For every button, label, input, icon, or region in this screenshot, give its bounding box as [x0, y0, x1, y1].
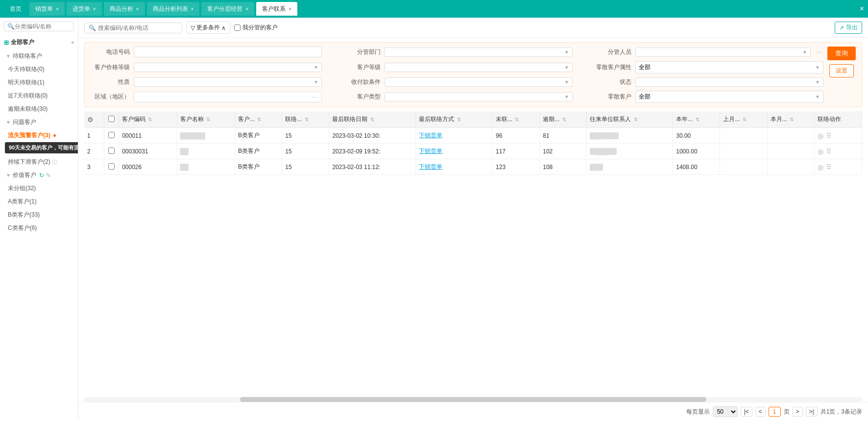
horizontal-scrollbar[interactable] [84, 397, 862, 402]
sidebar-item-unclassified[interactable]: 未分组(32) [0, 182, 78, 195]
tab-sales-close[interactable]: × [56, 6, 59, 12]
tab-home[interactable]: 首页 [4, 2, 27, 16]
row-checkbox[interactable] [108, 132, 115, 138]
tab-product-list-close[interactable]: × [191, 6, 194, 12]
sidebar-item-overdue[interactable]: 逾期未联络(30) [0, 102, 78, 116]
row-checkbox-cell[interactable] [104, 128, 119, 144]
sidebar-item-class-c[interactable]: C类客户(6) [0, 222, 78, 235]
query-btn-group: 查询 设置 [827, 47, 856, 103]
tab-customer-contact[interactable]: 客户联系 × [256, 2, 297, 16]
group-problem-customers[interactable]: ▼ 问题客户 [0, 116, 78, 129]
action-contact-icon[interactable]: ◎ [818, 132, 823, 140]
filter-customer-type-select[interactable]: ▼ [385, 92, 573, 101]
col-checkbox[interactable] [104, 111, 119, 128]
row-checkbox-cell[interactable] [104, 144, 119, 159]
row-checkbox-cell[interactable] [104, 159, 119, 175]
row-last-method[interactable]: 下销货单 [416, 144, 493, 159]
nav-close-button[interactable]: × [860, 4, 864, 13]
action-more-icon[interactable]: ⠿ [826, 163, 831, 171]
sidebar: 🔍 ⊞ 全部客户 « ▼ 待联络客户 今天待联络(0) 明天待联络(1) 近7天… [0, 18, 78, 421]
group-value-customers[interactable]: ▼ 价值客户 ↻ ✎ [0, 169, 78, 182]
col-overdue[interactable]: 逾期... ⇅ [540, 111, 587, 128]
per-page-select[interactable]: 50 20 100 [713, 406, 738, 417]
all-customers-header[interactable]: ⊞ 全部客户 « [0, 35, 78, 50]
my-customers-checkbox-wrap[interactable]: 我分管的客户 [234, 24, 278, 32]
filter-phone-input[interactable] [134, 47, 322, 57]
sidebar-item-churn-warning[interactable]: 流失预警客户(3) ● 90天未交易的客户，可能有流失风险。 [0, 129, 78, 142]
last-method-link[interactable]: 下销货单 [419, 132, 442, 139]
sidebar-item-class-b[interactable]: B类客户(33) [0, 208, 78, 222]
chevron-down-icon-10: ▼ [815, 94, 820, 99]
last-page-btn[interactable]: >| [806, 407, 818, 417]
sidebar-search-icon: 🔍 [7, 23, 15, 30]
col-name[interactable]: 客户名称 ⇅ [177, 111, 235, 128]
sidebar-item-7days[interactable]: 近7天待联络(0) [0, 89, 78, 102]
tab-customer-layer[interactable]: 客户分层经营 × [201, 2, 254, 16]
filter-status-select[interactable]: ▼ [635, 77, 823, 87]
col-this-year[interactable]: 本年... ⇅ [673, 111, 720, 128]
more-icon-2[interactable]: ··· [310, 94, 318, 100]
tab-customer-layer-close[interactable]: × [245, 6, 248, 12]
filter-price-select[interactable]: ▼ [134, 63, 322, 72]
sidebar-item-already-churned[interactable]: 已流失客户(24) ⓘ [0, 142, 78, 155]
col-this-month[interactable]: 本月... ⇅ [767, 111, 814, 128]
filter-payment-select[interactable]: ▼ [385, 77, 573, 87]
tab-product-close[interactable]: × [136, 6, 139, 12]
filter-retail-customer-select[interactable]: 全部 ▼ [635, 91, 823, 103]
action-contact-icon[interactable]: ◎ [818, 163, 823, 171]
my-customers-label: 我分管的客户 [242, 24, 278, 32]
sidebar-item-tomorrow[interactable]: 明天待联络(1) [0, 76, 78, 89]
filter-dept-select[interactable]: ▼ [385, 48, 573, 57]
select-all-checkbox[interactable] [108, 116, 115, 122]
filter-nature-select[interactable]: ▼ [134, 77, 322, 87]
tab-product-analysis[interactable]: 商品分析 × [104, 2, 145, 16]
last-method-link[interactable]: 下销货单 [419, 148, 442, 154]
filter-customer-level-select[interactable]: ▼ [385, 63, 573, 72]
row-last-date: 2023-02-09 19:52: [329, 144, 416, 159]
tab-product-analysis-list[interactable]: 商品分析列表 × [147, 2, 200, 16]
sidebar-search-input[interactable] [15, 23, 71, 30]
tab-purchase-close[interactable]: × [93, 6, 96, 12]
col-last-method[interactable]: 最后联络方式 ⇅ [416, 111, 493, 128]
col-contact-count[interactable]: 联络... ⇅ [282, 111, 329, 128]
export-button[interactable]: ↗ 导出 [835, 22, 862, 34]
more-conditions-button[interactable]: ▽ 更多条件 ∧ [186, 22, 230, 34]
tab-sales-order[interactable]: 销货单 × [29, 2, 65, 16]
filter-person-select[interactable]: ▼ [635, 48, 811, 57]
filter-retail-attr-select[interactable]: 全部 ▼ [635, 61, 823, 74]
my-customers-checkbox[interactable] [234, 25, 241, 31]
row-last-method[interactable]: 下销货单 [416, 159, 493, 175]
more-icon-1[interactable]: ··· [815, 49, 823, 55]
col-code[interactable]: 客户编码 ⇅ [119, 111, 177, 128]
sidebar-item-class-a[interactable]: A类客户(1) [0, 195, 78, 208]
row-checkbox[interactable] [108, 148, 115, 154]
sidebar-item-declining[interactable]: 持续下滑客户(2) ⓘ [0, 155, 78, 169]
tab-customer-contact-close[interactable]: × [289, 6, 291, 12]
sidebar-item-today[interactable]: 今天待联络(0) [0, 63, 78, 76]
search-input[interactable] [98, 25, 176, 31]
setting-button[interactable]: 设置 [829, 64, 854, 77]
row-last-method[interactable]: 下销货单 [416, 128, 493, 144]
action-more-icon[interactable]: ⠿ [826, 132, 831, 140]
next-page-btn[interactable]: > [793, 407, 803, 417]
group-pending-contact[interactable]: ▼ 待联络客户 [0, 50, 78, 63]
last-method-link[interactable]: 下销货单 [419, 163, 442, 170]
query-button[interactable]: 查询 [827, 47, 856, 60]
tab-purchase-order[interactable]: 进货单 × [67, 2, 102, 16]
col-not-contacted[interactable]: 未联... ⇅ [493, 111, 540, 128]
action-more-icon[interactable]: ⠿ [826, 148, 831, 155]
action-contact-icon[interactable]: ◎ [818, 148, 823, 155]
page-label: 页 [784, 408, 790, 416]
col-last-date[interactable]: 最后联络日期 ⇅ [329, 111, 416, 128]
filter-region-select[interactable]: ··· [134, 92, 322, 102]
col-last-month[interactable]: 上月... ⇅ [720, 111, 767, 128]
chevron-down-icon-3: ▼ [313, 65, 318, 70]
col-settings[interactable]: ⚙ [84, 111, 104, 128]
edit-icon[interactable]: ✎ [46, 172, 51, 179]
col-type[interactable]: 客户... ⇅ [235, 111, 282, 128]
first-page-btn[interactable]: |< [741, 407, 752, 417]
col-contact-person[interactable]: 往来单位联系人 ⇅ [587, 111, 673, 128]
refresh-icon[interactable]: ↻ [39, 172, 44, 179]
prev-page-btn[interactable]: < [755, 407, 766, 417]
row-checkbox[interactable] [108, 163, 115, 170]
